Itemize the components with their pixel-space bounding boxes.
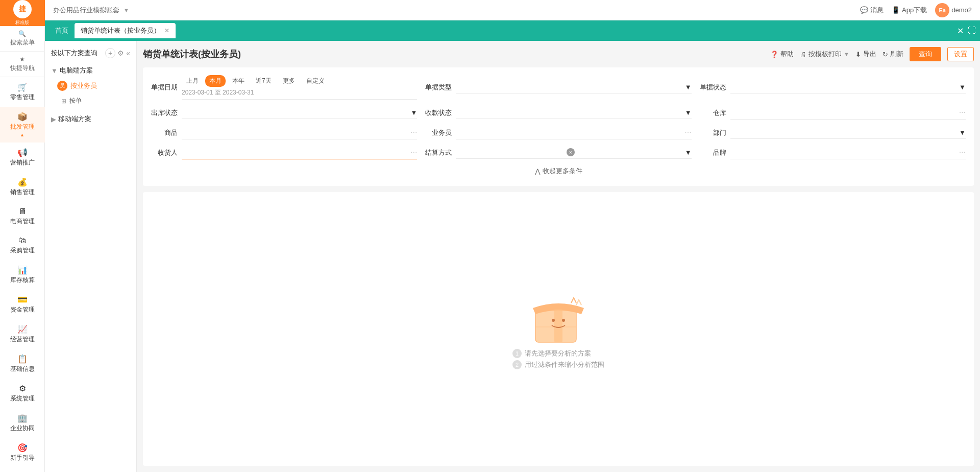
filter-receiptstatus-item: 收款状态 ▼ [425,106,691,120]
basic-icon: 📋 [17,354,28,364]
sidebar-item-system[interactable]: ⚙ 系统管理 [0,379,45,408]
help-btn[interactable]: ❓ 帮助 [770,50,794,59]
sidebar-item-wholesale[interactable]: 📦 批发管理 ▲ [0,107,45,143]
date-btn-this-month[interactable]: 本月 [205,75,226,87]
empty-inner: 1 请先选择要分析的方案 2 用过滤条件来缩小分析范围 [512,289,604,369]
sidebar-item-operations[interactable]: 📈 经营管理 [0,319,45,349]
purchase-label: 采购管理 [10,246,35,255]
payment-arrow: ▼ [685,149,692,156]
scheme-item-by-salesperson[interactable]: 员 按业务员 [45,78,136,94]
avatar: Ea [935,3,949,17]
salesperson-dots[interactable]: ··· [684,128,691,137]
finance-icon: 💳 [17,295,28,304]
quick-nav-label: 快捷导航 [10,64,35,73]
payment-clear-btn[interactable]: × [567,148,575,156]
date-buttons: 上月 本月 本年 近7天 更多 自定义 [182,75,417,87]
date-btn-7days[interactable]: 近7天 [251,75,276,87]
tab-minimize-icon[interactable]: ✕ [957,26,964,36]
outstatus-label: 出库状态 [151,108,178,117]
date-label: 单据日期 [151,83,178,92]
warehouse-dots[interactable]: ··· [959,108,966,117]
filter-payment-item: 结算方式 × ▼ [425,146,691,159]
settings-btn[interactable]: 设置 [947,47,974,61]
sidebar-item-purchase[interactable]: 🛍 采购管理 [0,231,45,260]
date-range: 2023-03-01 至 2023-03-31 [182,88,417,97]
recipient-label: 收货人 [151,148,178,157]
tab-close-icon[interactable]: ✕ [164,27,169,34]
date-btn-more[interactable]: 更多 [278,75,300,87]
query-btn[interactable]: 查询 [910,47,941,61]
sidebar-item-finance[interactable]: 💳 资金管理 [0,290,45,319]
sidebar-item-newbie[interactable]: 🎯 新手引导 [0,438,45,467]
doctype-select[interactable]: ▼ [456,81,691,93]
company-selector[interactable]: 办公用品行业模拟账套 [53,6,119,15]
sidebar-item-enterprise[interactable]: 🏢 企业协同 [0,408,45,438]
sidebar-item-basic[interactable]: 📋 基础信息 [0,349,45,379]
hint-1-text: 请先选择要分析的方案 [525,349,591,358]
collapse-panel-btn[interactable]: « [126,49,130,57]
search-label: 搜索菜单 [10,38,35,47]
tab-sales-report[interactable]: 销货单统计表（按业务员） ✕ [75,23,176,38]
sidebar-item-apps[interactable]: 📱 应用中心 [0,467,45,472]
message-btn[interactable]: 💬 消息 [860,6,884,15]
sidebar-item-ecommerce[interactable]: 🖥 电商管理 [0,202,45,231]
collapse-bar[interactable]: ⋀ 收起更多条件 [151,163,966,179]
filter-date-item: 单据日期 上月 本月 本年 近7天 更多 自定义 2023-03-01 至 20… [151,75,417,100]
sidebar-item-retail[interactable]: 🛒 零售管理 [0,77,45,107]
tab-maximize-icon[interactable]: ⛶ [968,26,976,35]
payment-label: 结算方式 [425,148,452,157]
docstatus-select[interactable]: ▼ [730,81,966,93]
left-panel-actions: + ⚙ « [105,48,130,58]
scheme-item-icon: 员 [57,81,67,91]
receiptstatus-select[interactable]: ▼ [456,107,691,119]
sidebar-quick-nav[interactable]: ★ 快捷导航 [0,52,45,77]
left-panel-header: 按以下方案查询 + ⚙ « [45,45,136,61]
topbar-left: 办公用品行业模拟账套 ▼ [53,6,129,15]
collapse-label: 收起更多条件 [543,167,582,176]
recipient-dots[interactable]: ··· [410,148,417,157]
filter-docstatus-item: 单据状态 ▼ [700,75,966,100]
date-btn-last-month[interactable]: 上月 [182,75,203,87]
tab-home[interactable]: 首页 [49,23,75,38]
recipient-input[interactable]: ··· [182,146,417,159]
company-dropdown-arrow[interactable]: ▼ [124,7,129,13]
desktop-scheme-title[interactable]: ▼ 电脑端方案 [45,63,136,78]
sidebar-item-sales[interactable]: 💰 销售管理 [0,172,45,202]
salesperson-input[interactable]: ··· [456,126,691,139]
empty-state: 1 请先选择要分析的方案 2 用过滤条件来缩小分析范围 [143,192,974,466]
filter-doctype-item: 单据类型 ▼ [425,75,691,100]
scheme-sub-by-order[interactable]: ⊞ 按单 [45,94,136,108]
add-scheme-btn[interactable]: + [105,48,115,58]
sidebar-item-marketing[interactable]: 📢 营销推广 [0,143,45,172]
refresh-btn[interactable]: ↻ 刷新 [883,50,903,59]
mobile-scheme-section: ▶ 移动端方案 [45,110,136,128]
outstatus-select[interactable]: ▼ [182,107,417,119]
warehouse-input[interactable]: ··· [730,106,966,120]
filter-salesperson-item: 业务员 ··· [425,126,691,139]
product-dots[interactable]: ··· [410,128,417,137]
help-label: 帮助 [780,50,794,59]
product-input[interactable]: ··· [182,126,417,139]
app-download-btn[interactable]: 📱 App下载 [892,6,927,15]
mobile-scheme-title[interactable]: ▶ 移动端方案 [45,112,136,126]
hint-2-num: 2 [512,360,522,369]
sidebar-item-inventory[interactable]: 📊 库存核算 [0,260,45,290]
brand-input[interactable]: ··· [730,146,966,159]
sidebar-search[interactable]: 🔍 搜索菜单 [0,26,45,52]
date-btn-custom[interactable]: 自定义 [302,75,329,87]
user-profile[interactable]: Ea demo2 [935,3,972,17]
filter-row-2: 出库状态 ▼ 收款状态 ▼ 仓库 [151,106,966,120]
left-panel: 按以下方案查询 + ⚙ « ▼ 电脑端方案 员 按业务员 ⊞ 按 [45,41,137,472]
department-select[interactable]: ▼ [730,127,966,139]
print-btn[interactable]: 🖨 按模板打印 ▼ [800,50,849,59]
sales-label: 销售管理 [10,188,35,197]
export-btn[interactable]: ⬇ 导出 [855,50,876,59]
edit-scheme-btn[interactable]: ⚙ [117,49,124,57]
brand-dots[interactable]: ··· [959,148,966,157]
desktop-arrow-icon: ▼ [51,67,58,75]
left-panel-title: 按以下方案查询 [51,49,97,58]
logo: 捷 标准版 [0,0,45,26]
print-dropdown-arrow[interactable]: ▼ [844,51,849,57]
date-btn-this-year[interactable]: 本年 [228,75,249,87]
payment-select[interactable]: × ▼ [456,146,691,159]
